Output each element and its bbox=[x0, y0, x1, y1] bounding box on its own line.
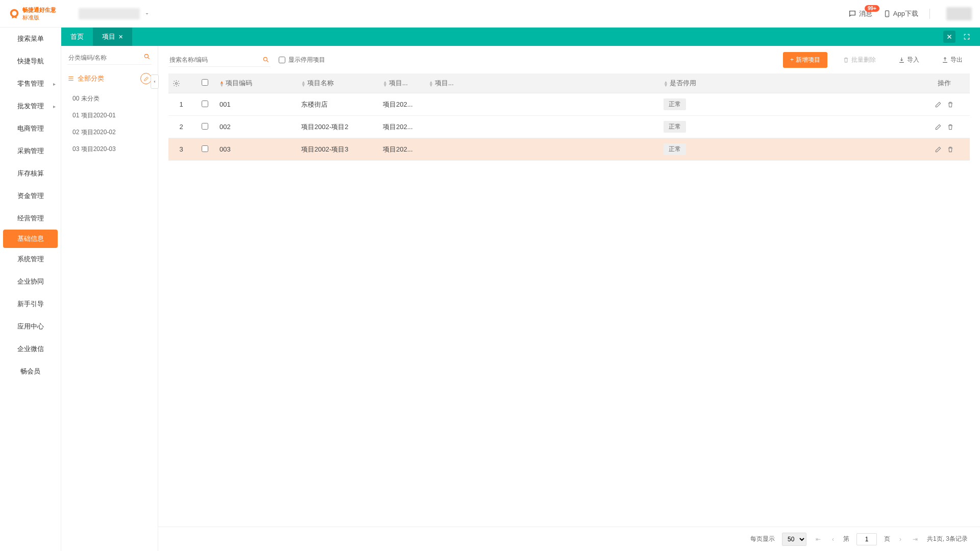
brand-logo[interactable]: 畅捷通好生意 标准版 bbox=[8, 3, 61, 25]
sidebar-item[interactable]: 采购管理 bbox=[0, 140, 61, 162]
cell-code: 002 bbox=[215, 116, 297, 138]
show-disabled-input[interactable] bbox=[279, 57, 285, 63]
company-name-blurred bbox=[79, 8, 140, 19]
row-checkbox[interactable] bbox=[194, 93, 215, 116]
sidebar-item[interactable]: 搜索菜单 bbox=[0, 28, 61, 50]
topbar-actions: 消息 99+ App下载 bbox=[848, 7, 972, 20]
column-c1[interactable]: ▲▼项目... bbox=[379, 73, 425, 93]
messages-button[interactable]: 消息 99+ bbox=[848, 9, 872, 18]
cell-name: 项目2002-项目3 bbox=[297, 138, 379, 161]
delete-icon[interactable] bbox=[947, 123, 954, 131]
page-prefix: 第 bbox=[843, 535, 849, 543]
cell-c1: 项目202... bbox=[379, 116, 425, 138]
search-icon[interactable] bbox=[262, 56, 270, 63]
category-item[interactable]: 01 项目2020-01 bbox=[61, 107, 158, 124]
close-icon[interactable]: ✕ bbox=[118, 34, 123, 40]
category-search-input[interactable] bbox=[67, 51, 152, 65]
chevron-right-icon: ▸ bbox=[53, 104, 56, 109]
collapse-panel-button[interactable] bbox=[151, 74, 159, 89]
cell-c1: 项目202... bbox=[379, 93, 425, 116]
brand-line1: 畅捷通好生意 bbox=[22, 6, 56, 14]
tab[interactable]: 项目✕ bbox=[93, 28, 132, 46]
cell-code: 003 bbox=[215, 138, 297, 161]
messages-badge: 99+ bbox=[865, 5, 879, 12]
next-page-button[interactable]: › bbox=[897, 536, 903, 543]
edit-category-button[interactable] bbox=[140, 73, 152, 84]
edit-icon[interactable] bbox=[935, 146, 942, 153]
category-item[interactable]: 03 项目2020-03 bbox=[61, 141, 158, 158]
sidebar-item[interactable]: 系统管理 bbox=[0, 248, 61, 270]
app-download-button[interactable]: App下载 bbox=[884, 9, 918, 18]
sidebar-item[interactable]: 企业协同 bbox=[0, 270, 61, 293]
content: 显示停用项目 + 新增项目 批量删除 bbox=[158, 46, 980, 551]
close-all-tabs-button[interactable] bbox=[943, 31, 955, 43]
cell-c2 bbox=[425, 116, 659, 138]
all-categories-label[interactable]: 全部分类 bbox=[78, 74, 137, 83]
company-selector[interactable] bbox=[74, 6, 155, 21]
show-disabled-checkbox[interactable]: 显示停用项目 bbox=[279, 56, 325, 64]
sidebar-item[interactable]: 企业微信 bbox=[0, 338, 61, 360]
sidebar-item[interactable]: 电商管理 bbox=[0, 117, 61, 140]
first-page-button[interactable]: ⇤ bbox=[814, 536, 823, 543]
prev-page-button[interactable]: ‹ bbox=[830, 536, 836, 543]
sidebar-item[interactable]: 零售管理▸ bbox=[0, 72, 61, 95]
user-avatar[interactable] bbox=[946, 7, 972, 20]
search-input[interactable] bbox=[168, 53, 271, 67]
fullscreen-icon[interactable] bbox=[961, 31, 973, 43]
column-checkbox[interactable] bbox=[194, 73, 215, 93]
export-button[interactable]: 导出 bbox=[935, 52, 970, 68]
sidebar-item[interactable]: 批发管理▸ bbox=[0, 95, 61, 117]
page-summary: 共1页, 3条记录 bbox=[927, 535, 968, 543]
category-item[interactable]: 00 未分类 bbox=[61, 90, 158, 107]
svg-point-3 bbox=[263, 57, 267, 61]
sidebar-item[interactable]: 快捷导航 bbox=[0, 50, 61, 72]
import-button[interactable]: 导入 bbox=[891, 52, 926, 68]
export-icon bbox=[942, 57, 948, 63]
table-row[interactable]: 3 003 项目2002-项目3 项目202... 正常 bbox=[168, 138, 970, 161]
cell-status: 正常 bbox=[659, 138, 919, 161]
sidebar-item[interactable]: 资金管理 bbox=[0, 185, 61, 207]
edit-icon[interactable] bbox=[935, 123, 942, 131]
add-project-button[interactable]: + 新增项目 bbox=[783, 52, 827, 68]
row-checkbox[interactable] bbox=[194, 116, 215, 138]
column-name[interactable]: ▲▼项目名称 bbox=[297, 73, 379, 93]
edit-icon[interactable] bbox=[935, 101, 942, 108]
sidebar-item[interactable]: 新手引导 bbox=[0, 293, 61, 315]
category-panel: 全部分类 00 未分类01 项目2020-0102 项目2020-0203 项目… bbox=[61, 46, 158, 551]
column-status[interactable]: ▲▼是否停用 bbox=[659, 73, 919, 93]
last-page-button[interactable]: ⇥ bbox=[911, 536, 920, 543]
sidebar-item[interactable]: 应用中心 bbox=[0, 315, 61, 338]
batch-delete-button[interactable]: 批量删除 bbox=[836, 52, 883, 68]
delete-icon[interactable] bbox=[947, 146, 954, 153]
phone-icon bbox=[884, 10, 891, 18]
svg-point-2 bbox=[144, 54, 148, 58]
column-settings[interactable] bbox=[168, 73, 194, 93]
tab-label: 首页 bbox=[70, 32, 84, 41]
tabstrip: 首页项目✕ bbox=[0, 28, 980, 46]
delete-icon[interactable] bbox=[947, 101, 954, 108]
chevron-down-icon bbox=[144, 11, 150, 17]
cell-c2 bbox=[425, 93, 659, 116]
sidebar-item[interactable]: 经营管理 bbox=[0, 207, 61, 230]
sidebar-item[interactable]: 库存核算 bbox=[0, 162, 61, 185]
column-c2[interactable]: ▲▼项目... bbox=[425, 73, 659, 93]
brand-icon bbox=[8, 8, 20, 20]
page-input[interactable] bbox=[856, 533, 877, 545]
search-icon[interactable] bbox=[143, 53, 151, 60]
row-checkbox[interactable] bbox=[194, 138, 215, 161]
table-row[interactable]: 1 001 东楼街店 项目202... 正常 bbox=[168, 93, 970, 116]
sidebar-item[interactable]: 基础信息 bbox=[3, 230, 58, 248]
per-page-label: 每页显示 bbox=[750, 535, 775, 543]
pagination: 每页显示 50 ⇤ ‹ 第 页 › ⇥ 共1页, 3条记录 bbox=[158, 527, 980, 551]
per-page-select[interactable]: 50 bbox=[782, 533, 806, 546]
cell-name: 项目2002-项目2 bbox=[297, 116, 379, 138]
tab-label: 项目 bbox=[102, 32, 115, 41]
column-code[interactable]: ▲▼项目编码 bbox=[215, 73, 297, 93]
category-item[interactable]: 02 项目2020-02 bbox=[61, 124, 158, 141]
svg-point-1 bbox=[887, 15, 887, 15]
tab[interactable]: 首页 bbox=[61, 28, 93, 46]
table-row[interactable]: 2 002 项目2002-项目2 项目202... 正常 bbox=[168, 116, 970, 138]
topbar: 畅捷通好生意 标准版 消息 99+ App下载 bbox=[0, 0, 980, 28]
sidebar-item[interactable]: 畅会员 bbox=[0, 360, 61, 383]
show-disabled-label: 显示停用项目 bbox=[288, 56, 325, 64]
